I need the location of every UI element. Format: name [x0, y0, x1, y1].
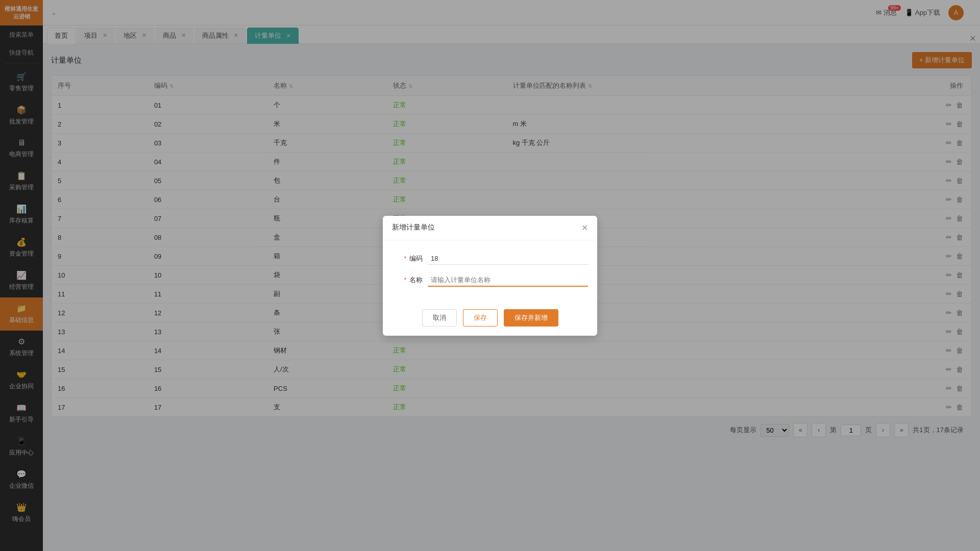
- code-label: * 编码: [392, 254, 423, 263]
- add-unit-modal: 新增计量单位 ✕ * 编码 * 名称 取消 保存 保存并新增: [383, 216, 597, 336]
- save-new-button[interactable]: 保存并新增: [504, 309, 558, 327]
- code-input[interactable]: [428, 253, 588, 265]
- save-button[interactable]: 保存: [463, 309, 498, 327]
- name-input[interactable]: [428, 274, 588, 287]
- cancel-button[interactable]: 取消: [422, 309, 457, 327]
- modal-body: * 编码 * 名称: [383, 240, 597, 304]
- code-required-mark: *: [404, 255, 406, 262]
- modal-close-button[interactable]: ✕: [581, 223, 588, 233]
- modal-overlay[interactable]: 新增计量单位 ✕ * 编码 * 名称 取消 保存 保存并新增: [0, 0, 980, 551]
- modal-footer: 取消 保存 保存并新增: [383, 304, 597, 336]
- code-form-row: * 编码: [392, 253, 588, 265]
- modal-title: 新增计量单位: [392, 223, 435, 232]
- name-form-row: * 名称: [392, 274, 588, 287]
- name-label: * 名称: [392, 276, 423, 285]
- name-required-mark: *: [404, 276, 406, 284]
- modal-header: 新增计量单位 ✕: [383, 216, 597, 240]
